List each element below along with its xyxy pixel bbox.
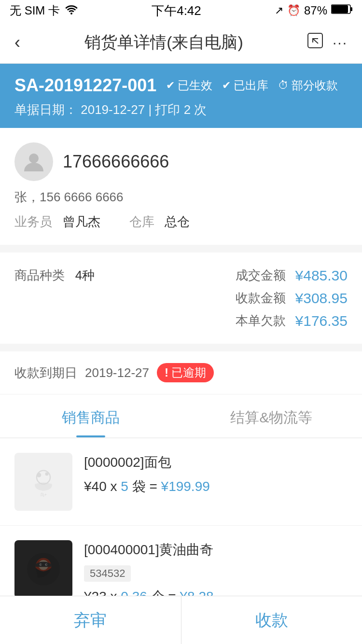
location-icon: ↗ xyxy=(275,4,283,17)
received-row: 收款金额 ¥308.95 xyxy=(236,290,348,307)
products-section: 鸟+ [0000002]面包 ¥40 x 5 袋 = ¥199.99 xyxy=(0,438,362,621)
tab-settlement[interactable]: 结算&物流等 xyxy=(181,394,362,437)
svg-point-14 xyxy=(37,562,50,566)
product-price-1: ¥40 x 5 袋 = ¥199.99 xyxy=(84,477,348,496)
nav-left: ‹ xyxy=(14,32,20,53)
status-badge-2: ✔ 已出库 xyxy=(222,78,268,93)
svg-point-17 xyxy=(41,564,42,565)
customer-meta: 业务员 曾凡杰 仓库 总仓 xyxy=(14,213,348,230)
carrier-text: 无 SIM 卡 xyxy=(10,3,60,18)
svg-text:鸟+: 鸟+ xyxy=(40,492,47,497)
nav-bar: ‹ 销货单详情(来自电脑) ··· xyxy=(0,21,362,64)
status-carrier: 无 SIM 卡 xyxy=(10,3,78,18)
overdue-badge: ! 已逾期 xyxy=(157,363,214,382)
collect-payment-button[interactable]: 收款 xyxy=(181,596,362,644)
exclamation-icon: ! xyxy=(165,366,168,379)
status-bar: 无 SIM 卡 下午4:42 ↗ ⏰ 87% xyxy=(0,0,362,21)
svg-rect-2 xyxy=(350,7,352,11)
more-icon[interactable]: ··· xyxy=(333,34,348,51)
customer-section: 17666666666 张，156 6666 6666 业务员 曾凡杰 仓库 总… xyxy=(0,128,362,245)
warehouse-name: 总仓 xyxy=(165,214,190,229)
customer-phone: 张，156 6666 6666 xyxy=(14,189,348,206)
tabs-section: 销售商品 结算&物流等 xyxy=(0,394,362,438)
due-date: 2019-12-27 xyxy=(85,365,149,380)
avatar xyxy=(14,142,53,181)
nav-right: ··· xyxy=(307,33,348,52)
sales-name: 曾凡杰 xyxy=(63,214,100,229)
tab-products[interactable]: 销售商品 xyxy=(0,394,181,437)
category-item: 商品种类 4种 xyxy=(14,267,95,284)
stats-right: 成交金额 ¥485.30 收款金额 ¥308.95 本单欠款 ¥176.35 xyxy=(236,267,348,329)
status-badge-3: ⏱ 部分收款 xyxy=(278,78,338,93)
customer-id: 17666666666 xyxy=(63,152,169,172)
list-item: 鸟+ [0000002]面包 ¥40 x 5 袋 = ¥199.99 xyxy=(0,438,362,526)
svg-point-6 xyxy=(37,471,50,484)
stats-grid: 商品种类 4种 成交金额 ¥485.30 收款金额 ¥308.95 本单欠款 ¥… xyxy=(14,267,348,329)
product-name-2: [000400001]黄油曲奇 xyxy=(84,540,348,559)
battery-text: 87% xyxy=(304,4,327,17)
order-id-row: SA-20191227-001 ✔ 已生效 ✔ 已出库 ⏱ 部分收款 xyxy=(14,75,348,96)
overdue-text: 已逾期 xyxy=(171,365,206,380)
wifi-icon xyxy=(65,4,78,17)
order-header: SA-20191227-001 ✔ 已生效 ✔ 已出库 ⏱ 部分收款 单据日期：… xyxy=(0,64,362,128)
check-icon-2: ✔ xyxy=(222,79,231,92)
alarm-icon: ⏰ xyxy=(287,4,300,17)
check-icon-1: ✔ xyxy=(166,79,175,92)
share-icon[interactable] xyxy=(307,33,323,52)
page-title: 销货单详情(来自电脑) xyxy=(84,31,243,54)
back-button[interactable]: ‹ xyxy=(14,32,20,53)
product-thumb-2 xyxy=(14,540,72,598)
transaction-row: 成交金额 ¥485.30 xyxy=(236,267,348,284)
svg-line-4 xyxy=(313,39,318,43)
print-info: | 打印 2 次 xyxy=(148,102,207,117)
status-badge-1: ✔ 已生效 xyxy=(166,78,212,93)
abandon-review-button[interactable]: 弃审 xyxy=(0,596,181,644)
warehouse-label: 仓库 总仓 xyxy=(129,213,190,230)
product-thumb-1: 鸟+ xyxy=(14,453,72,511)
received-value: ¥308.95 xyxy=(295,290,348,307)
debt-row: 本单欠款 ¥176.35 xyxy=(236,312,348,329)
sales-label: 业务员 曾凡杰 xyxy=(14,213,100,230)
order-date: 2019-12-27 xyxy=(81,102,145,117)
order-id: SA-20191227-001 xyxy=(14,75,156,96)
svg-point-5 xyxy=(29,154,39,163)
svg-point-18 xyxy=(46,564,47,565)
svg-point-7 xyxy=(37,473,41,477)
debt-value: ¥176.35 xyxy=(295,313,348,329)
stats-section: 商品种类 4种 成交金额 ¥485.30 收款金额 ¥308.95 本单欠款 ¥… xyxy=(0,252,362,344)
product-tag-2: 534532 xyxy=(84,565,131,582)
product-info-1: [0000002]面包 ¥40 x 5 袋 = ¥199.99 xyxy=(84,453,348,496)
due-section: 收款到期日 2019-12-27 ! 已逾期 xyxy=(0,351,362,394)
status-right: ↗ ⏰ 87% xyxy=(275,4,352,17)
due-label: 收款到期日 xyxy=(14,364,77,381)
clock-icon: ⏱ xyxy=(278,79,289,92)
product-name-1: [0000002]面包 xyxy=(84,453,348,472)
battery-icon xyxy=(331,4,352,17)
status-time: 下午4:42 xyxy=(152,2,201,19)
svg-rect-1 xyxy=(332,5,348,13)
order-date-row: 单据日期： 2019-12-27 | 打印 2 次 xyxy=(14,101,348,118)
transaction-value: ¥485.30 xyxy=(295,267,348,284)
bottom-bar: 弃审 收款 xyxy=(0,596,362,644)
tab-bar: 销售商品 结算&物流等 xyxy=(0,394,362,437)
stats-left: 商品种类 4种 xyxy=(14,267,95,284)
date-label: 单据日期： xyxy=(14,102,77,117)
svg-point-8 xyxy=(45,472,49,476)
customer-row: 17666666666 xyxy=(14,142,348,181)
